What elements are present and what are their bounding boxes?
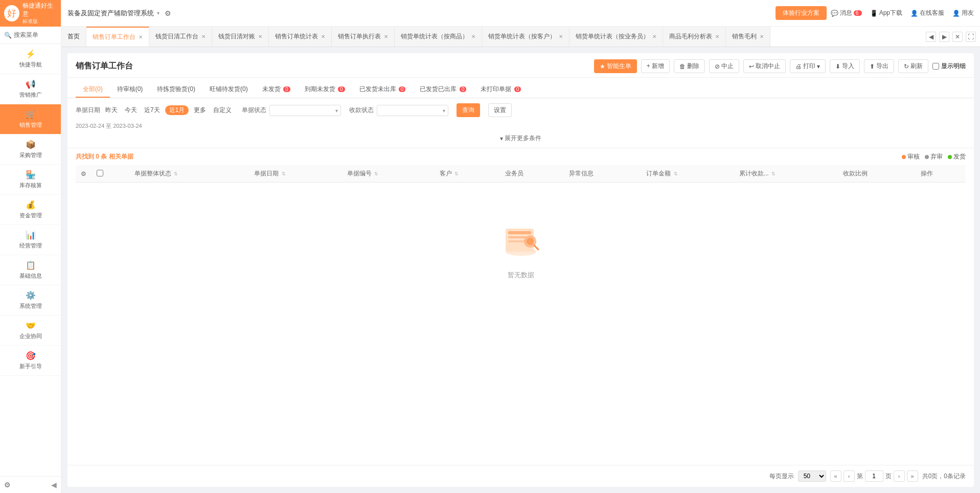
shortcut-more[interactable]: 更多 (192, 105, 208, 115)
sidebar-item-guide[interactable]: 🎯 新手引导 (0, 346, 61, 376)
cancel-review-action[interactable]: 弃审 (925, 152, 943, 161)
tab-close-icon[interactable]: ✕ (471, 34, 475, 39)
expand-row: ▾ 展开更多条件 (76, 134, 966, 143)
add-button[interactable]: + 新增 (641, 59, 670, 73)
tab-close-icon[interactable]: ✕ (139, 34, 143, 40)
page-input[interactable] (865, 470, 883, 482)
export-button[interactable]: ⬆ 导出 (864, 59, 894, 73)
page-prev-btn[interactable]: ‹ (844, 470, 855, 482)
page-next-btn[interactable]: › (894, 470, 905, 482)
tab-sales-workbench[interactable]: 销售订单工作台 ✕ (86, 27, 149, 47)
sidebar-item-inventory[interactable]: 🏪 库存核算 (0, 165, 61, 195)
import-button[interactable]: ⬇ 导入 (830, 59, 860, 73)
sidebar-item-sales[interactable]: 🛒 销售管理 (0, 104, 61, 135)
page-first-btn[interactable]: « (830, 470, 841, 482)
tab-sales-stats[interactable]: 销售订单统计表 ✕ (269, 27, 332, 47)
tab-next-btn[interactable]: ▶ (939, 32, 949, 42)
payment-select[interactable] (377, 105, 448, 116)
tab-close-icon[interactable]: ✕ (258, 34, 262, 39)
column-settings-icon[interactable]: ⚙ (81, 170, 86, 177)
tab-close-icon[interactable]: ✕ (559, 34, 563, 39)
suspend-button[interactable]: ⊘ 中止 (709, 59, 739, 73)
page-label: 第 (857, 472, 863, 481)
deliver-action[interactable]: 发货 (948, 152, 966, 161)
tab-sales-profit[interactable]: 销售毛利 ✕ (726, 27, 770, 47)
tab-close-icon[interactable]: ✕ (201, 34, 206, 39)
th-customer[interactable]: 客户 ⇅ (435, 165, 500, 183)
select-all-checkbox[interactable] (97, 170, 103, 176)
tab-goods-margin[interactable]: 商品毛利分析表 ✕ (663, 27, 726, 47)
refresh-icon: ↻ (904, 63, 909, 70)
sub-tab-delivered-out[interactable]: 已发货已出库 0 (413, 82, 473, 98)
th-collected[interactable]: 累计收款... ⇅ (734, 165, 838, 183)
th-exception[interactable]: 异常信息 (564, 165, 642, 183)
sub-tab-not-printed[interactable]: 未打印单据 0 (473, 82, 528, 98)
shortcut-1month[interactable]: 近1月 (165, 105, 189, 115)
tab-cash-reconcile[interactable]: 钱货日清对账 ✕ (212, 27, 269, 47)
shortcut-yesterday[interactable]: 昨天 (103, 105, 120, 115)
settings-icon[interactable]: ⚙ (4, 481, 11, 489)
query-button[interactable]: 查询 (457, 103, 480, 117)
tab-goods-product[interactable]: 销货单统计表（按商品） ✕ (395, 27, 482, 47)
chevron-down-icon[interactable]: ▾ (157, 10, 159, 16)
tab-sales-exec[interactable]: 销售订单执行表 ✕ (332, 27, 395, 47)
th-staff[interactable]: 业务员 (500, 165, 564, 183)
th-number[interactable]: 单据编号 ⇅ (342, 165, 435, 183)
tab-close-icon[interactable]: ✕ (384, 34, 388, 39)
tab-close-all-btn[interactable]: ✕ (952, 32, 963, 42)
tab-goods-staff[interactable]: 销货单统计表（按业务员） ✕ (569, 27, 663, 47)
sidebar-item-finance[interactable]: 💰 资金管理 (0, 195, 61, 225)
sub-tab-not-delivered[interactable]: 未发货 0 (255, 82, 298, 98)
sub-tab-overdue[interactable]: 到期未发货 0 (298, 82, 352, 98)
sidebar-item-enterprise[interactable]: 🤝 企业协同 (0, 316, 61, 346)
sidebar-item-operations[interactable]: 📊 经营管理 (0, 225, 61, 255)
header-settings-icon[interactable]: ⚙ (165, 9, 171, 17)
shortcut-7days[interactable]: 近7天 (142, 105, 162, 115)
collapse-icon[interactable]: ◀ (51, 481, 57, 489)
sidebar-item-marketing[interactable]: 📢 营销推广 (0, 74, 61, 104)
sidebar-item-quick-nav[interactable]: ⚡ 快捷导航 (0, 44, 61, 74)
sidebar-item-basic[interactable]: 📋 基础信息 (0, 255, 61, 285)
sub-tab-all[interactable]: 全部(0) (76, 82, 110, 98)
shortcut-custom[interactable]: 自定义 (211, 105, 234, 115)
smart-create-button[interactable]: ★ 智能生单 (594, 59, 637, 73)
filter-settings-button[interactable]: 设置 (488, 103, 512, 117)
tab-close-icon[interactable]: ✕ (715, 34, 719, 39)
th-date[interactable]: 单据日期 ⇅ (249, 165, 341, 183)
user-action[interactable]: 👤 用友 (952, 9, 974, 17)
tab-goods-customer[interactable]: 销货单统计表（按客户） ✕ (482, 27, 569, 47)
sidebar-search[interactable]: 🔍 搜索菜单 (0, 27, 61, 44)
app-download-action[interactable]: 📱 App下载 (870, 9, 902, 17)
cancel-suspend-button[interactable]: ↩ 取消中止 (743, 59, 786, 73)
sub-tab-wangpu[interactable]: 旺铺待发货(0) (202, 82, 255, 98)
page-size-select[interactable]: 50 10 20 100 (798, 470, 826, 482)
sidebar-item-purchase[interactable]: 📦 采购管理 (0, 135, 61, 165)
status-select[interactable] (269, 105, 341, 116)
message-action[interactable]: 💬 消息 6 (831, 9, 862, 17)
suspend-icon: ⊘ (715, 63, 720, 70)
tab-close-icon[interactable]: ✕ (652, 34, 656, 39)
tab-close-icon[interactable]: ✕ (321, 34, 325, 39)
sub-tab-pending-review[interactable]: 待审核(0) (110, 82, 150, 98)
print-button[interactable]: 🖨 打印 ▾ (790, 59, 826, 73)
shortcut-today[interactable]: 今天 (123, 105, 139, 115)
tab-close-icon[interactable]: ✕ (760, 34, 764, 39)
th-amount[interactable]: 订单金额 ⇅ (641, 165, 734, 183)
tab-home[interactable]: 首页 (61, 27, 86, 47)
show-detail-checkbox[interactable]: 显示明细 (932, 62, 966, 71)
delete-button[interactable]: 🗑 删除 (674, 59, 705, 73)
review-action[interactable]: 审核 (902, 152, 920, 161)
refresh-button[interactable]: ↻ 刷新 (898, 59, 928, 73)
tab-cash-daily[interactable]: 钱货日清工作台 ✕ (149, 27, 212, 47)
page-last-btn[interactable]: » (907, 470, 918, 482)
expand-more-button[interactable]: ▾ 展开更多条件 (500, 134, 541, 143)
detail-checkbox-input[interactable] (932, 63, 939, 70)
sub-tab-pending-inspect[interactable]: 待拣货验货(0) (150, 82, 202, 98)
sub-tab-delivered-not-out[interactable]: 已发货未出库 0 (352, 82, 413, 98)
th-status[interactable]: 单据整体状态 ⇅ (129, 165, 249, 183)
solution-button[interactable]: 体验行业方案 (776, 6, 827, 20)
sidebar-item-system[interactable]: ⚙️ 系统管理 (0, 285, 61, 316)
tab-maximize-btn[interactable]: ⛶ (966, 32, 976, 42)
online-service-action[interactable]: 👤 在线客服 (910, 9, 944, 17)
tab-prev-btn[interactable]: ◀ (926, 32, 936, 42)
